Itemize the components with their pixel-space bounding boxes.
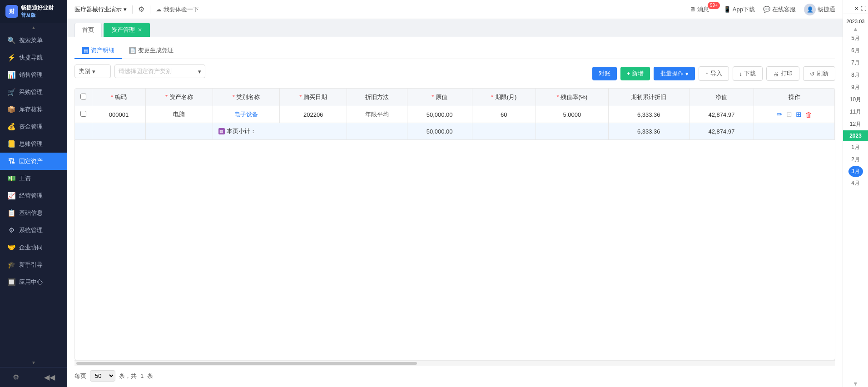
month-9[interactable]: 9月: [843, 81, 868, 94]
th-checkbox[interactable]: [75, 89, 92, 106]
copy-icon[interactable]: ⊡: [786, 110, 792, 119]
app-download-button[interactable]: 📱 App下载: [724, 5, 755, 14]
th-name: 资产名称: [145, 89, 213, 106]
sidebar-item-guide[interactable]: 🎓 新手引导: [0, 256, 67, 273]
sidebar-scroll-down[interactable]: ▼: [0, 358, 67, 367]
purchase-icon: 🛒: [7, 88, 15, 96]
inventory-icon: 📦: [7, 105, 15, 114]
row-net-value: 42,874.97: [689, 106, 754, 123]
select-all-checkbox[interactable]: [80, 94, 86, 99]
row-checkbox[interactable]: [80, 111, 86, 117]
sidebar-item-operations[interactable]: 📈 经营管理: [0, 187, 67, 204]
month-3-active[interactable]: 3月: [848, 166, 863, 177]
month-5[interactable]: 5月: [843, 32, 868, 45]
month-7[interactable]: 7月: [843, 57, 868, 69]
asset-table: 编码 资产名称 类别名称 购买日期 折旧方法 原值 期限(月) 残值率(%) 期…: [74, 88, 835, 360]
messages-label: 消息: [697, 5, 709, 14]
batch-dropdown-icon: ▾: [685, 70, 689, 77]
sidebar-nav: 🔍 搜索菜单 ⚡ 快捷导航 📊 销售管理 🛒 采购管理 📦 库存核算 💰 资金管…: [0, 32, 67, 358]
month-6[interactable]: 6月: [843, 45, 868, 57]
sidebar-item-system[interactable]: ⚙ 系统管理: [0, 222, 67, 239]
category-value-placeholder: 请选择固定资产类别: [119, 67, 172, 75]
sidebar-item-payroll[interactable]: 💵 工资: [0, 170, 67, 187]
edit-icon[interactable]: ✏: [777, 110, 783, 119]
print-button[interactable]: 🖨 打印: [766, 66, 799, 81]
collapse-button[interactable]: ◀◀: [40, 371, 59, 383]
import-button[interactable]: ↑ 导入: [699, 66, 729, 81]
sales-icon: 📊: [7, 71, 15, 79]
download-label: 下载: [744, 69, 756, 78]
sidebar-item-enterprise[interactable]: 🤝 企业协同: [0, 239, 67, 256]
sub-tab-change-voucher[interactable]: 📄 变更生成凭证: [122, 43, 181, 59]
row-purchase-date: 202206: [280, 106, 347, 123]
batch-label: 批量操作: [660, 69, 684, 78]
messages-badge: 99+: [708, 2, 720, 9]
month-1[interactable]: 1月: [843, 141, 868, 154]
messages-button[interactable]: 🖥 消息 99+: [689, 5, 715, 14]
service-icon: 💬: [763, 6, 770, 13]
download-button[interactable]: ↓ 下载: [733, 66, 763, 81]
month-4[interactable]: 4月: [843, 177, 868, 189]
add-button[interactable]: + 新增: [620, 67, 650, 80]
online-service-button[interactable]: 💬 在线客服: [763, 5, 796, 14]
sidebar-item-sales[interactable]: 📊 销售管理: [0, 66, 67, 84]
th-code: 编码: [92, 89, 146, 106]
per-page-select[interactable]: 50 100 200: [90, 370, 115, 382]
category-value-filter[interactable]: 请选择固定资产类别 ▾: [114, 64, 205, 78]
sidebar-item-fixed-assets[interactable]: 🏗 固定资产: [0, 153, 67, 170]
row-accumulated-depreciation: 6,333.36: [608, 106, 689, 123]
year-2023-label: 2023: [843, 130, 868, 141]
company-selector[interactable]: 医疗器械行业演示 ▾: [74, 5, 127, 14]
horizontal-scrollbar[interactable]: [74, 360, 835, 366]
sidebar-item-purchase[interactable]: 🛒 采购管理: [0, 84, 67, 101]
right-panel-expand-icon[interactable]: ⛶: [861, 5, 866, 12]
sidebar-bottom: ⚙ ◀◀: [0, 367, 67, 387]
row-name: 电脑: [145, 106, 213, 123]
sidebar-item-quick-nav[interactable]: ⚡ 快捷导航: [0, 49, 67, 66]
toolbar-right: 对账 + 新增 批量操作 ▾ ↑ 导入 ↓ 下载 🖨: [592, 66, 835, 81]
month-11[interactable]: 11月: [843, 106, 868, 118]
sidebar-item-search[interactable]: 🔍 搜索菜单: [0, 32, 67, 49]
system-icon: ⚙: [7, 226, 15, 234]
row-checkbox-cell[interactable]: [75, 106, 92, 123]
month-12[interactable]: 12月: [843, 118, 868, 130]
main-area: 医疗器械行业演示 ▾ ⚙ ☁ 我要体验一下 🖥 消息 99+ 📱 App下载 💬…: [67, 0, 843, 387]
month-8[interactable]: 8月: [843, 69, 868, 81]
settings-button[interactable]: ⚙: [9, 371, 23, 383]
right-panel-header: ✕ ⛶: [843, 4, 868, 14]
sidebar-item-app-center[interactable]: 🔲 应用中心: [0, 273, 67, 291]
topbar-divider2: [150, 5, 150, 14]
reconcile-button[interactable]: 对账: [592, 67, 617, 80]
subtotal-accumulated-depreciation: 6,333.36: [608, 123, 689, 140]
delete-icon[interactable]: 🗑: [805, 111, 812, 119]
category-filter-label: 类别: [79, 67, 90, 75]
gear-button[interactable]: ⚙: [138, 5, 144, 14]
filter-row: 类别 ▾ 请选择固定资产类别 ▾: [74, 64, 205, 78]
right-panel-close-icon[interactable]: ✕: [854, 5, 859, 12]
user-info-button[interactable]: 👤 畅捷通: [804, 4, 835, 15]
right-panel-scroll-up[interactable]: ▲: [853, 26, 858, 32]
sidebar-item-funds[interactable]: 💰 资金管理: [0, 118, 67, 135]
right-panel-scroll-down[interactable]: ▼: [853, 381, 858, 387]
duplicate-icon[interactable]: ⊞: [796, 110, 802, 119]
row-actions: ✏ ⊡ ⊞ 🗑: [754, 106, 835, 123]
sidebar-item-ledger[interactable]: 📒 总账管理: [0, 135, 67, 153]
batch-button[interactable]: 批量操作 ▾: [654, 67, 695, 80]
sub-tab-asset-detail[interactable]: ▤ 资产明细: [74, 43, 122, 59]
month-2[interactable]: 2月: [843, 154, 868, 166]
table-row: 000001 电脑 电子设备 202206 年限平均 50,000.00 60 …: [75, 106, 835, 123]
tab-close-icon[interactable]: ✕: [138, 27, 142, 33]
th-purchase-date: 购买日期: [280, 89, 347, 106]
scrollbar-thumb[interactable]: [76, 362, 417, 365]
month-10[interactable]: 10月: [843, 94, 868, 106]
sidebar-scroll-up[interactable]: ▲: [0, 23, 67, 32]
refresh-button[interactable]: ↺ 刷新: [803, 66, 835, 81]
tab-home[interactable]: 首页: [74, 23, 102, 37]
sidebar-item-inventory[interactable]: 📦 库存核算: [0, 101, 67, 118]
category-filter[interactable]: 类别 ▾: [74, 64, 111, 78]
sidebar-item-basic-info[interactable]: 📋 基础信息: [0, 204, 67, 222]
tab-asset-mgmt[interactable]: 资产管理 ✕: [104, 23, 150, 37]
sidebar: 财 畅捷通好业财 普及版 ▲ 🔍 搜索菜单 ⚡ 快捷导航 📊 销售管理 🛒 采购…: [0, 0, 67, 387]
tabs-bar: 首页 资产管理 ✕: [67, 19, 843, 37]
experience-button[interactable]: ☁ 我要体验一下: [156, 5, 199, 14]
